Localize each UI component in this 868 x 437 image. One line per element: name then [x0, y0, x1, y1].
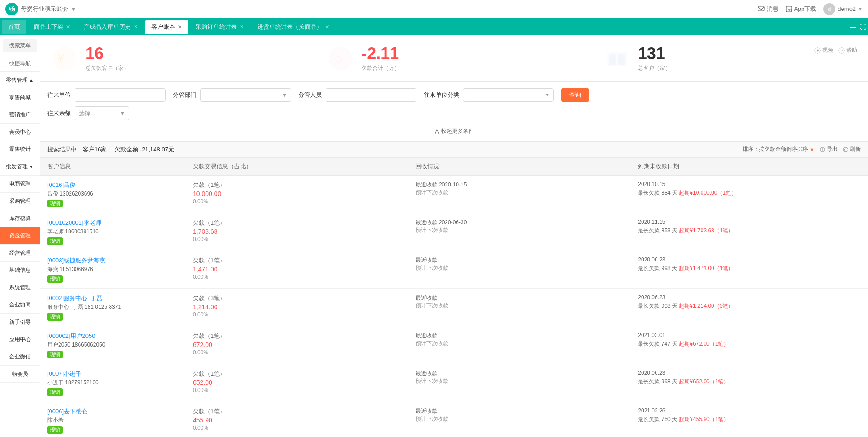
sidebar-item-enterprise-wechat[interactable]: 企业微信	[0, 348, 40, 366]
table-body: [0016]吕俊 吕俊 13026203696 现销 欠款（1笔） 10,000…	[40, 176, 868, 437]
sidebar-item-enterprise-collab[interactable]: 企业协同	[0, 296, 40, 314]
export-btn[interactable]: 导出	[820, 146, 838, 153]
company-dropdown-icon[interactable]: ▼	[71, 6, 76, 12]
sidebar-item-retail-mgmt[interactable]: 零售管理 ▲	[0, 72, 40, 89]
supplier-input[interactable]: ···	[75, 88, 166, 102]
customer-name-6[interactable]: [0006]去下粮仓	[47, 407, 193, 416]
debt-amount-1: 1,703.68	[193, 228, 416, 235]
sidebar-item-retail-stats[interactable]: 零售统计	[0, 141, 40, 158]
collapse-btn[interactable]: ⋀ 收起更多条件	[432, 125, 477, 138]
sidebar-item-finance[interactable]: 资金管理	[0, 227, 40, 245]
tab-purchase-stats-close[interactable]: ✕	[325, 24, 329, 30]
tab-purchase-order[interactable]: 采购订单统计表 ✕	[189, 20, 250, 34]
overdue-amount-6[interactable]: 超期¥455.90（1笔）	[679, 416, 729, 422]
summary-card-overdue-customers: ¥ 16 总欠款客户（家）	[40, 35, 316, 81]
cell-due-4: 2021.03.01 最长欠款 747 天 超期¥672.00（1笔）	[638, 332, 861, 348]
card-icon-customers	[603, 45, 631, 72]
customer-name-4[interactable]: [000002]用户2050	[47, 332, 193, 340]
overdue-amount-3[interactable]: 超期¥1,214.00（3笔）	[679, 303, 733, 309]
message-label: 消息	[767, 5, 778, 13]
sidebar-quick-nav[interactable]: 快捷导航	[0, 56, 40, 72]
sidebar-item-new-guide[interactable]: 新手引导	[0, 314, 40, 331]
tab-product-toggle[interactable]: 商品上下架 ✕	[27, 20, 76, 34]
data-table: 客户信息 欠款交易信息（占比） 回收情况 到期未收款日期 [0016]吕俊 吕俊…	[40, 158, 868, 437]
cell-collection-4: 最近收款 预计下次收款	[416, 332, 638, 347]
debt-amount-2: 1,471.00	[193, 266, 416, 273]
overdue-amount-1[interactable]: 超期¥1,703.68（1笔）	[679, 227, 733, 234]
video-btn[interactable]: 视频	[814, 46, 833, 54]
username-label: demo2	[838, 5, 856, 12]
sidebar-item-purchase[interactable]: 采购管理	[0, 193, 40, 210]
customer-phone-4: 用户2050 18665062050	[47, 341, 193, 349]
tab-production-history[interactable]: 产成品入库单历史 ✕	[77, 20, 144, 34]
tab-purchase-order-close[interactable]: ✕	[240, 24, 244, 30]
sidebar-item-retail-mall[interactable]: 零售商城	[0, 89, 40, 106]
results-amount: 欠款金额 -21,148.07元	[115, 146, 174, 153]
cell-customer-4: [000002]用户2050 用户2050 18665062050 现销	[47, 332, 193, 358]
sidebar-item-member-center[interactable]: 会员中心	[0, 124, 40, 141]
sidebar-item-basic-info[interactable]: 基础信息	[0, 262, 40, 279]
sidebar-item-operations[interactable]: 经营管理	[0, 245, 40, 262]
tab-purchase-stats[interactable]: 进货单统计表（按商品） ✕	[251, 20, 336, 34]
balance-select[interactable]: 选择... ▼	[75, 106, 129, 120]
due-date-5: 2020.06.23	[638, 370, 861, 376]
person-input[interactable]: ···	[326, 88, 416, 102]
wholesale-mgmt-arrow-icon: ▼	[29, 164, 34, 169]
sidebar-item-purchase-label: 采购管理	[9, 197, 31, 205]
filter-row-2: 往来余额 选择... ▼	[47, 106, 861, 120]
next-collection-3: 预计下次收款	[416, 302, 638, 310]
sort-label[interactable]: 排序：按欠款金额倒序排序 ▼	[743, 146, 814, 153]
debt-ratio-6: 0.00%	[193, 425, 416, 431]
cell-debt-0: 欠款（1笔） 10,000.00 0.00%	[193, 181, 416, 205]
sidebar-item-retail-mgmt-label: 零售管理	[6, 76, 28, 84]
category-input[interactable]: ▼	[463, 88, 554, 102]
customer-badge-6: 现销	[47, 426, 63, 434]
debt-count-0: 欠款（1笔）	[193, 181, 416, 189]
customer-name-2[interactable]: [0003]畅捷服务尹海燕	[47, 256, 193, 265]
message-btn[interactable]: 消息	[758, 5, 778, 13]
tab-product-toggle-label: 商品上下架	[34, 23, 63, 31]
sidebar-item-wholesale-mgmt-label: 批发管理	[6, 163, 28, 171]
customer-name-5[interactable]: [0007]小进干	[47, 370, 193, 378]
dept-input[interactable]: ▼	[200, 88, 291, 102]
sidebar-item-wholesale-mgmt[interactable]: 批发管理 ▼	[0, 158, 40, 176]
search-menu-btn[interactable]: 搜索菜单	[3, 39, 37, 52]
sidebar-item-operations-label: 经营管理	[9, 249, 31, 257]
tab-collapse-icon[interactable]: —	[850, 23, 856, 30]
app-logo: 畅	[5, 3, 18, 15]
tab-customer-account-close[interactable]: ✕	[178, 24, 182, 30]
customer-phone-1: 李老师 18600391516	[47, 228, 193, 236]
overdue-amount-5[interactable]: 超期¥652.00（1笔）	[679, 378, 729, 385]
refresh-btn[interactable]: 刷新	[843, 146, 861, 153]
customer-name-0[interactable]: [0016]吕俊	[47, 181, 193, 189]
tab-product-toggle-close[interactable]: ✕	[66, 24, 70, 30]
svg-point-3	[53, 46, 76, 70]
tab-customer-account[interactable]: 客户账本 ✕	[145, 20, 188, 34]
logo-area: 畅 母婴行业演示账套 ▼	[5, 3, 76, 15]
customer-phone-6: 陈小希	[47, 417, 193, 424]
app-download-btn[interactable]: App App下载	[786, 5, 816, 13]
due-date-6: 2021.02.26	[638, 407, 861, 414]
overdue-amount-4[interactable]: 超期¥672.00（1笔）	[679, 341, 729, 347]
customer-name-3[interactable]: [0002]服务中心_丁磊	[47, 294, 193, 302]
sidebar-item-ecommerce[interactable]: 电商管理	[0, 176, 40, 193]
search-btn[interactable]: 查询	[561, 88, 589, 102]
overdue-amount-0[interactable]: 超期¥10,000.00（1笔）	[679, 190, 737, 196]
tab-production-history-close[interactable]: ✕	[134, 24, 138, 30]
help-btn[interactable]: ? 帮助	[838, 46, 857, 54]
sidebar-item-marketing[interactable]: 营销推广	[0, 106, 40, 124]
sidebar-item-inventory[interactable]: 库存核算	[0, 210, 40, 227]
customer-badge-0: 现销	[47, 200, 63, 207]
sidebar-item-vip-member[interactable]: 畅会员	[0, 366, 40, 383]
tab-bar-actions: — ⛶	[850, 23, 866, 30]
overdue-amount-2[interactable]: 超期¥1,471.00（1笔）	[679, 265, 733, 271]
tab-home[interactable]: 首页	[2, 20, 26, 34]
total-debt-number: -2.11	[361, 45, 400, 63]
user-avatar[interactable]: d demo2 ▼	[823, 3, 863, 15]
category-arrow-icon: ▼	[545, 92, 550, 98]
tab-maximize-icon[interactable]: ⛶	[860, 23, 866, 30]
content-area: ¥ 16 总欠款客户（家） ◇ -2.11 欠款合计（万）	[40, 35, 868, 437]
sidebar-item-system[interactable]: 系统管理	[0, 279, 40, 296]
customer-name-1[interactable]: [0001020001]李老师	[47, 219, 193, 227]
sidebar-item-app-center[interactable]: 应用中心	[0, 331, 40, 348]
